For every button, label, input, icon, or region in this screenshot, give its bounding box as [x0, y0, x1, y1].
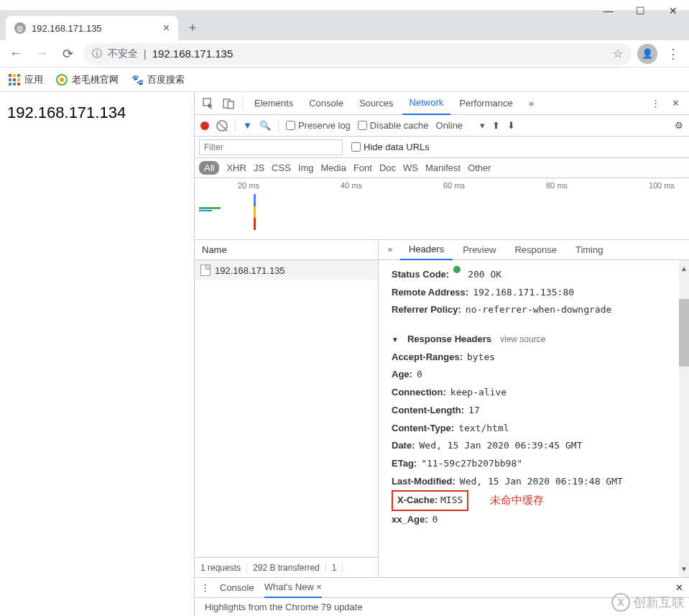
type-img[interactable]: Img: [298, 162, 314, 173]
download-icon[interactable]: ⬇: [507, 120, 515, 131]
info-icon[interactable]: ⓘ: [92, 47, 102, 60]
drawer-close-icon[interactable]: ✕: [675, 582, 683, 593]
request-row[interactable]: 192.168.171.135: [195, 260, 378, 280]
tick-60: 60 ms: [443, 181, 465, 190]
hdr-xx-age-v: 0: [433, 511, 438, 529]
bookmark-star-icon[interactable]: ☆: [613, 47, 623, 60]
remote-addr-label: Remote Address:: [392, 284, 468, 302]
type-other[interactable]: Other: [468, 162, 491, 173]
detail-tab-preview[interactable]: Preview: [454, 240, 504, 260]
detail-body[interactable]: ▲ ▼ Status Code: 200 OK ← Remote Address…: [379, 260, 689, 577]
minimize-button[interactable]: —: [592, 0, 624, 22]
baidu-label: 百度搜索: [147, 73, 185, 86]
preserve-log-checkbox[interactable]: Preserve log: [286, 120, 351, 131]
new-tab-button[interactable]: +: [182, 18, 203, 38]
drawer-tab-close-icon[interactable]: ×: [316, 581, 322, 592]
type-media[interactable]: Media: [320, 162, 346, 173]
filter-input[interactable]: [199, 139, 343, 155]
cache-miss-annotation: 未命中缓存: [490, 490, 544, 511]
upload-icon[interactable]: ⬆: [492, 120, 500, 131]
type-js[interactable]: JS: [254, 162, 264, 173]
apps-bookmark[interactable]: 应用: [9, 73, 43, 86]
lmt-icon: [56, 74, 68, 86]
hdr-connection-k: Connection:: [392, 384, 446, 402]
response-headers-section[interactable]: ▼ Response Headers view source: [392, 331, 679, 349]
x-cache-highlight: X-Cache: MISS: [392, 490, 468, 511]
settings-gear-icon[interactable]: ⚙: [675, 120, 683, 131]
tab-elements[interactable]: Elements: [247, 92, 300, 115]
request-name: 192.168.171.135: [215, 265, 285, 276]
throttling-select[interactable]: Online▾: [436, 120, 486, 131]
browser-tab[interactable]: ◍ 192.168.171.135 ×: [6, 16, 178, 40]
kebab-menu-icon[interactable]: ⋮: [663, 44, 683, 64]
caret-down-icon: ▼: [392, 333, 399, 346]
type-all[interactable]: All: [199, 161, 219, 175]
record-button[interactable]: [200, 121, 209, 130]
view-source-link[interactable]: view source: [500, 331, 545, 348]
network-timeline[interactable]: 20 ms 40 ms 60 ms 80 ms 100 ms: [195, 178, 689, 240]
profile-avatar[interactable]: 👤: [637, 44, 657, 64]
address-bar[interactable]: ⓘ 不安全 | 192.168.171.135 ☆: [83, 43, 632, 65]
hdr-age-k: Age:: [392, 366, 412, 384]
drawer-menu-icon[interactable]: ⋮: [200, 582, 210, 593]
tab-more[interactable]: »: [522, 92, 541, 115]
inspect-icon[interactable]: [199, 94, 218, 113]
request-detail: × Headers Preview Response Timing ▲ ▼ St…: [379, 240, 689, 577]
disable-cache-checkbox[interactable]: Disable cache: [358, 120, 429, 131]
type-ws[interactable]: WS: [403, 162, 418, 173]
tab-performance[interactable]: Performance: [452, 92, 519, 115]
devtools-close-icon[interactable]: ✕: [666, 98, 685, 109]
scrollbar-thumb[interactable]: [679, 299, 689, 367]
drawer-tab-whatsnew[interactable]: What's New ×: [264, 578, 322, 598]
lmt-bookmark[interactable]: 老毛桃官网: [56, 73, 119, 86]
tab-console[interactable]: Console: [302, 92, 351, 115]
timeline-bar: [199, 207, 221, 209]
hide-data-urls-checkbox[interactable]: Hide data URLs: [351, 142, 430, 152]
content-area: 192.168.171.134 Elements Console Sources…: [0, 92, 689, 616]
request-list-header[interactable]: Name: [195, 240, 378, 260]
referrer-label: Referrer Policy:: [392, 301, 461, 319]
scroll-up-icon[interactable]: ▲: [680, 262, 688, 275]
back-button[interactable]: ←: [6, 44, 26, 64]
tab-network[interactable]: Network: [402, 92, 451, 115]
devtools-menu-icon[interactable]: ⋮: [646, 98, 665, 109]
tick-40: 40 ms: [341, 181, 362, 190]
close-button[interactable]: ✕: [657, 0, 689, 22]
hdr-date-v: Wed, 15 Jan 2020 06:39:45 GMT: [420, 437, 583, 455]
type-font[interactable]: Font: [353, 162, 372, 173]
titlebar: [0, 0, 689, 10]
apps-label: 应用: [24, 73, 43, 86]
svg-rect-2: [228, 101, 233, 109]
hdr-connection-v: keep-alive: [450, 384, 507, 402]
type-css[interactable]: CSS: [272, 162, 291, 173]
filter-bar: Hide data URLs: [195, 137, 689, 158]
tab-close-icon[interactable]: ×: [163, 22, 170, 35]
bookmarks-bar: 应用 老毛桃官网 🐾 百度搜索: [0, 68, 689, 92]
forward-button[interactable]: →: [32, 44, 52, 64]
type-manifest[interactable]: Manifest: [425, 162, 461, 173]
hdr-date-k: Date:: [392, 437, 415, 455]
tab-strip: ◍ 192.168.171.135 × +: [0, 10, 689, 40]
reload-button[interactable]: ⟳: [57, 44, 78, 64]
detail-tabs: × Headers Preview Response Timing: [379, 240, 689, 260]
type-xhr[interactable]: XHR: [226, 162, 246, 173]
baidu-bookmark[interactable]: 🐾 百度搜索: [131, 73, 185, 86]
close-detail-icon[interactable]: ×: [382, 244, 399, 255]
tab-sources[interactable]: Sources: [352, 92, 401, 115]
network-split: Name 192.168.171.135 1 requests 292 B tr…: [195, 240, 689, 577]
detail-tab-response[interactable]: Response: [506, 240, 565, 260]
detail-tab-timing[interactable]: Timing: [567, 240, 612, 260]
maximize-button[interactable]: ☐: [624, 0, 657, 22]
watermark: X 创新互联: [611, 593, 685, 612]
filter-toggle-icon[interactable]: ▼: [243, 120, 252, 131]
detail-tab-headers[interactable]: Headers: [400, 240, 453, 260]
clear-button[interactable]: [216, 120, 228, 132]
scroll-down-icon[interactable]: ▼: [680, 562, 688, 576]
device-toggle-icon[interactable]: [219, 94, 238, 113]
search-icon[interactable]: 🔍: [259, 120, 271, 131]
type-doc[interactable]: Doc: [379, 162, 396, 173]
drawer-tab-console[interactable]: Console: [220, 578, 254, 598]
footer-extra: 1: [326, 563, 343, 573]
request-footer: 1 requests 292 B transferred 1: [195, 557, 378, 577]
footer-transferred: 292 B transferred: [247, 563, 326, 573]
